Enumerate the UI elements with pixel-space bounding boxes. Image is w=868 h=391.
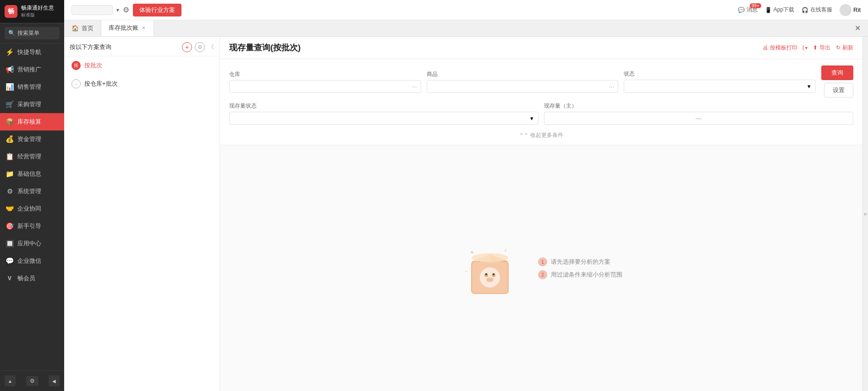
sidebar-item-label: 资金管理 xyxy=(17,135,41,143)
tab-close-button[interactable]: × xyxy=(141,25,146,31)
sidebar-item-label: 库存核算 xyxy=(17,118,41,126)
chevron-down-icon: ▾ xyxy=(808,83,811,90)
warehouse-filter-group: 仓库 ··· xyxy=(229,71,421,93)
breadcrumb-input[interactable] xyxy=(71,5,113,15)
sidebar-item-purchase[interactable]: 🛒 采购管理 xyxy=(0,96,64,113)
tab-home-label: 首页 xyxy=(82,24,93,33)
topbar: ▾ ⚙ 体验行业方案 💬 消息 99+ 📱 App下载 🎧 在线客服 Rit xyxy=(64,0,868,20)
query-button[interactable]: 查询 xyxy=(821,65,853,80)
experience-button[interactable]: 体验行业方案 xyxy=(133,4,181,16)
refresh-button[interactable]: ↻ 刷新 xyxy=(836,44,853,52)
product-input[interactable] xyxy=(427,81,605,92)
warehouse-input[interactable] xyxy=(230,81,408,92)
guide-icon: 🎯 xyxy=(5,222,14,230)
sidebar-item-quick-nav[interactable]: ⚡ 快捷导航 xyxy=(0,43,64,61)
topbar-settings-button[interactable]: ⚙ xyxy=(123,5,129,14)
sidebar-item-finance[interactable]: 💰 资金管理 xyxy=(0,130,64,148)
export-button[interactable]: ⬆ 导出 xyxy=(813,44,830,52)
sidebar-item-member[interactable]: V 畅会员 xyxy=(0,270,64,287)
scheme-item-by-warehouse-batch[interactable]: ○ 按仓库+批次 xyxy=(64,75,220,93)
scroll-up-button[interactable]: ▲ xyxy=(5,375,16,386)
topbar-left: ▾ ⚙ 体验行业方案 xyxy=(71,4,181,16)
warehouse-more-icon[interactable]: ··· xyxy=(408,83,421,90)
tab-panel-close-button[interactable]: ✕ xyxy=(847,24,868,33)
collapse-more-button[interactable]: ⌃⌃ 收起更多条件 xyxy=(519,131,563,139)
sidebar-item-wechat[interactable]: 💬 企业微信 xyxy=(0,252,64,270)
scheme-settings-button[interactable]: ⚙ xyxy=(195,42,205,52)
product-more-icon[interactable]: ··· xyxy=(605,83,618,90)
settings-footer-button[interactable]: ⚙ xyxy=(26,376,38,386)
filter-area: 仓库 ··· 商品 ··· 状态 xyxy=(220,59,863,145)
sidebar-item-marketing[interactable]: 📢 营销推广 xyxy=(0,61,64,78)
online-service-button[interactable]: 🎧 在线客服 xyxy=(802,6,832,14)
sidebar-item-label: 系统管理 xyxy=(17,187,41,196)
inventory-qty-label: 现存量（主） xyxy=(544,102,853,110)
search-menu-button[interactable]: 🔍 搜索菜单 xyxy=(5,27,60,39)
inventory-qty-to-input[interactable] xyxy=(705,115,848,122)
chevron-down-icon-2: ▾ xyxy=(530,115,533,122)
empty-hints: 1 请先选择要分析的方案 2 用过滤条件来缩小分析范围 xyxy=(538,257,622,279)
sidebar-item-label: 企业协同 xyxy=(17,205,41,213)
sidebar-item-guide[interactable]: 🎯 新手引导 xyxy=(0,217,64,235)
right-scroll-indicator[interactable]: ▶ xyxy=(863,37,868,391)
breadcrumb-dropdown-button[interactable]: ▾ xyxy=(116,7,119,13)
tab-home[interactable]: 🏠 首页 xyxy=(64,20,101,36)
tab-inventory-batch[interactable]: 库存批次账 × xyxy=(101,20,154,36)
sidebar-item-inventory[interactable]: 📦 库存核算 xyxy=(0,113,64,130)
refresh-label: 刷新 xyxy=(842,44,853,52)
filter-collapse-row: ⌃⌃ 收起更多条件 xyxy=(229,130,853,141)
scheme-item-by-batch[interactable]: 按 按批次 xyxy=(64,56,220,75)
inventory-status-select[interactable]: ▾ xyxy=(229,112,538,125)
empty-hint-2: 2 用过滤条件来缩小分析范围 xyxy=(538,270,622,279)
enterprise-icon: 🤝 xyxy=(5,205,14,213)
warehouse-input-wrapper[interactable]: ··· xyxy=(229,80,421,93)
hint-num-1: 1 xyxy=(538,257,547,266)
inventory-qty-from-input[interactable] xyxy=(549,115,692,122)
messages-button[interactable]: 💬 消息 99+ xyxy=(738,6,758,14)
system-icon: ⚙ xyxy=(5,187,14,196)
hint-text-2: 用过滤条件来缩小分析范围 xyxy=(551,271,622,279)
filter-row-1: 仓库 ··· 商品 ··· 状态 xyxy=(229,65,853,98)
product-input-wrapper[interactable]: ··· xyxy=(427,80,619,93)
sidebar-item-label: 基础信息 xyxy=(17,170,41,178)
collapse-scheme-panel-button[interactable]: 《 xyxy=(208,43,214,51)
sidebar-item-basic[interactable]: 📁 基础信息 xyxy=(0,165,64,183)
sidebar-item-label: 快捷导航 xyxy=(17,48,41,56)
sales-icon: 📊 xyxy=(5,83,14,91)
app-download-button[interactable]: 📱 App下载 xyxy=(765,6,794,14)
finance-icon: 💰 xyxy=(5,135,14,143)
page-title-actions: 🖨 按模板打印 ▾ ⬆ 导出 ↻ 刷新 xyxy=(763,44,853,57)
sidebar-item-label: 企业微信 xyxy=(17,257,41,265)
basic-icon: 📁 xyxy=(5,170,14,178)
sidebar-item-system[interactable]: ⚙ 系统管理 xyxy=(0,183,64,200)
sidebar-item-apps[interactable]: 🔲 应用中心 xyxy=(0,235,64,252)
print-dropdown-button[interactable]: ▾ xyxy=(803,45,808,50)
export-icon: ⬆ xyxy=(813,44,818,51)
inventory-qty-filter-group: 现存量（主） — xyxy=(544,102,853,125)
svg-point-4 xyxy=(472,253,508,262)
user-profile-button[interactable]: Rit xyxy=(840,4,861,16)
sidebar-item-label: 营销推广 xyxy=(17,65,41,74)
scheme-label: 按仓库+批次 xyxy=(84,80,118,88)
scheme-label: 按批次 xyxy=(84,61,102,70)
page-title-row: 现存量查询(按批次) 🖨 按模板打印 ▾ ⬆ 导出 ↻ 刷新 xyxy=(220,37,863,59)
app-logo: 畅 xyxy=(5,5,17,18)
status-select[interactable]: ▾ xyxy=(624,80,816,93)
message-icon: 💬 xyxy=(738,7,745,13)
settings-outline-button[interactable]: 设置 xyxy=(824,83,853,98)
messages-badge: 99+ xyxy=(750,3,761,8)
member-icon: V xyxy=(5,274,14,282)
app-info: 畅康通好生意 标准版 xyxy=(21,5,54,18)
collapse-sidebar-button[interactable]: ◀ xyxy=(49,375,60,386)
sidebar-item-enterprise[interactable]: 🤝 企业协同 xyxy=(0,200,64,217)
add-scheme-button[interactable]: + xyxy=(182,42,192,52)
print-button[interactable]: 🖨 按模板打印 xyxy=(763,44,797,52)
search-icon: 🔍 xyxy=(8,30,15,36)
sidebar-item-sales[interactable]: 📊 销售管理 xyxy=(0,78,64,96)
sidebar-item-operations[interactable]: 📋 经营管理 xyxy=(0,148,64,165)
wechat-icon: 💬 xyxy=(5,257,14,265)
app-subtitle: 标准版 xyxy=(21,12,54,18)
operations-icon: 📋 xyxy=(5,152,14,161)
apps-icon: 🔲 xyxy=(5,239,14,248)
sidebar-search-area: 🔍 搜索菜单 xyxy=(0,23,64,43)
